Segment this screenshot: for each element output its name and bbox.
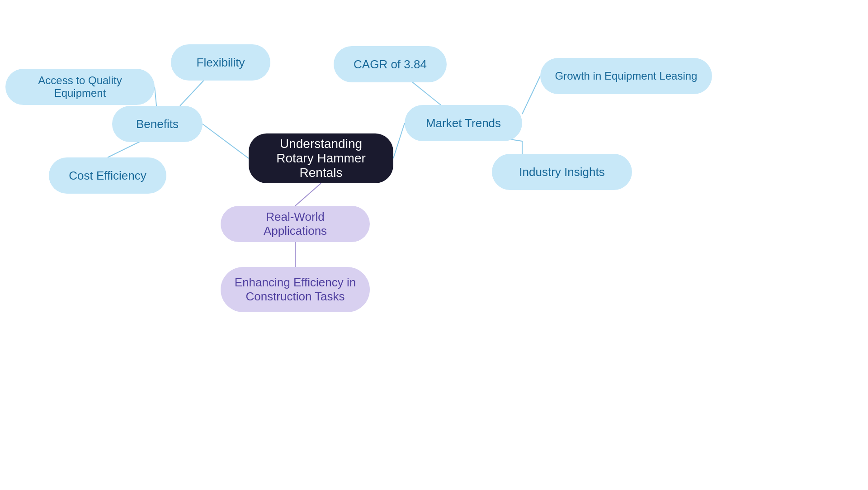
benefits-node[interactable]: Benefits: [112, 106, 203, 142]
center-node[interactable]: Understanding Rotary Hammer Rentals: [249, 133, 393, 183]
real-world-node[interactable]: Real-World Applications: [221, 206, 370, 242]
svg-line-6: [522, 76, 540, 114]
cagr-node[interactable]: CAGR of 3.84: [334, 46, 447, 82]
industry-insights-node[interactable]: Industry Insights: [492, 154, 632, 190]
svg-line-4: [393, 123, 405, 158]
growth-node[interactable]: Growth in Equipment Leasing: [540, 58, 712, 94]
flexibility-node[interactable]: Flexibility: [171, 44, 270, 81]
cost-efficiency-node[interactable]: Cost Efficiency: [49, 157, 166, 194]
svg-line-9: [295, 183, 321, 206]
enhancing-efficiency-node[interactable]: Enhancing Efficiency in Construction Tas…: [221, 267, 370, 312]
svg-line-0: [203, 124, 249, 158]
market-trends-node[interactable]: Market Trends: [405, 105, 522, 141]
access-node[interactable]: Access to Quality Equipment: [5, 69, 155, 105]
